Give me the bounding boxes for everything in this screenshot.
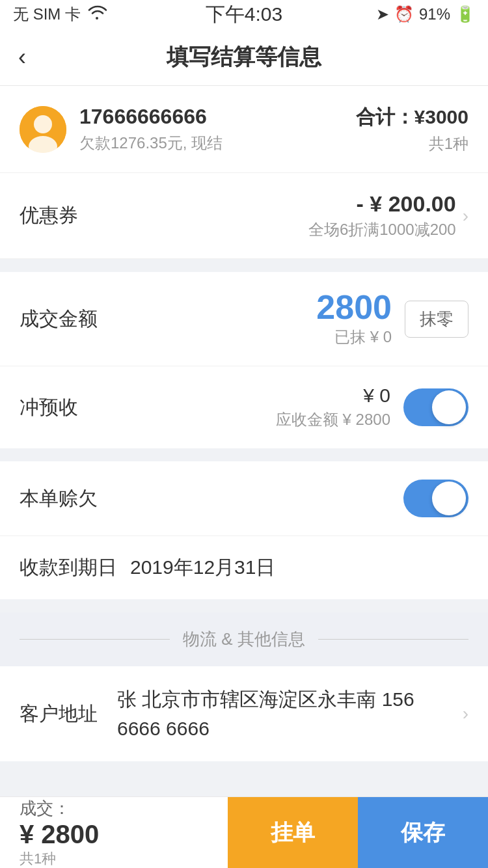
back-button[interactable]: ‹ — [18, 44, 26, 71]
save-button[interactable]: 保存 — [358, 797, 488, 869]
round-button[interactable]: 抹零 — [405, 301, 468, 338]
coupon-values: - ¥ 200.00 全场6折满1000减200 — [308, 191, 456, 240]
divider-line-left — [20, 639, 170, 640]
hang-button[interactable]: 挂单 — [228, 797, 358, 869]
status-bar-time: 下午4:03 — [206, 1, 282, 28]
deal-amount-label: 成交金额 — [20, 306, 98, 332]
bottom-info: 成交： ¥ 2800 共1种 — [0, 797, 228, 869]
customer-subtext: 欠款1276.35元, 现结 — [79, 133, 223, 154]
alarm-icon: ⏰ — [394, 5, 414, 23]
date-label: 收款到期日 — [20, 554, 117, 581]
status-bar-right: ➤ ⏰ 91% 🔋 — [376, 5, 475, 23]
carrier-text: 无 SIM 卡 — [13, 4, 81, 25]
page-title: 填写结算等信息 — [167, 42, 321, 72]
precollect-sub: 应收金额 ¥ 2800 — [276, 409, 390, 430]
address-row[interactable]: 客户地址 张 北京市市辖区海淀区永丰南 156 6666 6666 › — [0, 666, 488, 761]
logistics-divider: 物流 & 其他信息 — [0, 612, 488, 666]
date-value: 2019年12月31日 — [130, 554, 275, 581]
precollect-right: ¥ 0 应收金额 ¥ 2800 — [276, 385, 468, 430]
nav-bar: ‹ 填写结算等信息 — [0, 29, 488, 86]
bad-debt-label: 本单赊欠 — [20, 485, 98, 512]
battery-text: 91% — [419, 5, 450, 23]
coupon-desc: 全场6折满1000减200 — [308, 219, 456, 240]
bottom-deal-label: 成交： — [20, 797, 208, 820]
status-bar-left: 无 SIM 卡 — [13, 4, 107, 25]
bad-debt-row: 本单赊欠 — [0, 461, 488, 536]
amount-section: 成交金额 2800 已抹 ¥ 0 抹零 冲预收 ¥ 0 应收金额 ¥ 2800 — [0, 272, 488, 448]
customer-right: 合计：¥3000 共1种 — [356, 104, 468, 154]
coupon-row[interactable]: 优惠券 - ¥ 200.00 全场6折满1000减200 › — [0, 173, 488, 259]
coupon-label: 优惠券 — [20, 202, 78, 229]
avatar — [20, 106, 66, 153]
total-amount: 合计：¥3000 — [356, 104, 468, 131]
section-gap-1 — [0, 259, 488, 272]
deal-amount-values: 2800 已抹 ¥ 0 — [316, 290, 392, 347]
precollect-amount: ¥ 0 — [276, 385, 390, 407]
chevron-right-icon: › — [463, 206, 468, 226]
bad-debt-toggle-knob — [432, 481, 466, 515]
address-label: 客户地址 — [20, 701, 98, 727]
battery-icon: 🔋 — [455, 5, 475, 23]
coupon-amount: - ¥ 200.00 — [357, 191, 456, 217]
bottom-amount: ¥ 2800 — [20, 820, 208, 849]
svg-point-1 — [34, 115, 52, 133]
customer-info: 17666666666 欠款1276.35元, 现结 — [79, 105, 223, 154]
bottom-count: 共1种 — [20, 849, 208, 869]
section-gap-2 — [0, 448, 488, 461]
location-icon: ➤ — [376, 5, 389, 23]
toggle-knob — [432, 390, 466, 424]
precollect-label: 冲预收 — [20, 394, 78, 421]
coupon-right: - ¥ 200.00 全场6折满1000减200 › — [308, 191, 468, 240]
customer-left: 17666666666 欠款1276.35元, 现结 — [20, 105, 223, 154]
customer-card: 17666666666 欠款1276.35元, 现结 合计：¥3000 共1种 — [0, 86, 488, 173]
divider-line-right — [318, 639, 468, 640]
section-gap-3 — [0, 599, 488, 612]
total-count: 共1种 — [356, 133, 468, 154]
content: 17666666666 欠款1276.35元, 现结 合计：¥3000 共1种 … — [0, 86, 488, 868]
logistics-label: 物流 & 其他信息 — [183, 628, 305, 651]
customer-phone: 17666666666 — [79, 105, 223, 129]
address-value: 张 北京市市辖区海淀区永丰南 156 6666 6666 — [117, 685, 456, 743]
address-chevron-icon: › — [463, 703, 468, 724]
precollect-values: ¥ 0 应收金额 ¥ 2800 — [276, 385, 390, 430]
precollect-row: 冲预收 ¥ 0 应收金额 ¥ 2800 — [0, 366, 488, 448]
bad-debt-toggle[interactable] — [403, 480, 468, 517]
precollect-toggle[interactable] — [403, 388, 468, 426]
deal-amount-row: 成交金额 2800 已抹 ¥ 0 抹零 — [0, 272, 488, 366]
bottom-bar: 成交： ¥ 2800 共1种 挂单 保存 — [0, 796, 488, 868]
deal-amount-value: 2800 — [316, 290, 392, 324]
deal-amount-sub: 已抹 ¥ 0 — [316, 327, 392, 347]
deal-amount-right: 2800 已抹 ¥ 0 抹零 — [316, 290, 468, 347]
wifi-icon — [87, 5, 107, 23]
date-row: 收款到期日 2019年12月31日 — [0, 536, 488, 599]
status-bar: 无 SIM 卡 下午4:03 ➤ ⏰ 91% 🔋 — [0, 0, 488, 29]
